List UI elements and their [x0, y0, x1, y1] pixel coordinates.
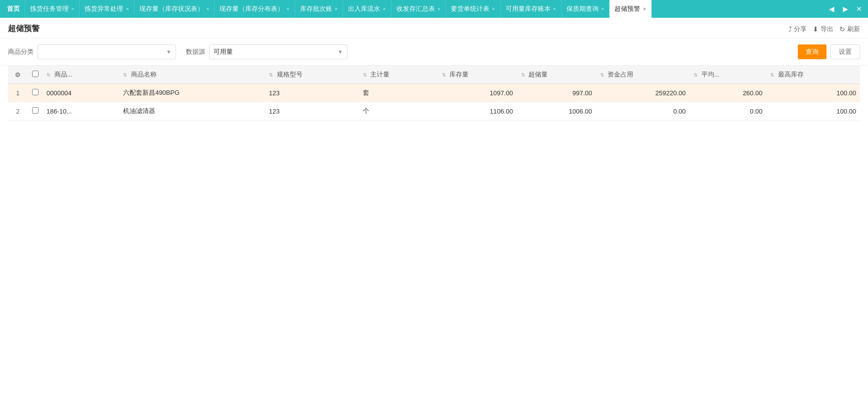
table-container: ⚙ ⇅ 商品... ⇅ 商品名称 ⇅ 规格型号 — [0, 66, 868, 120]
row-max-stock: 100.00 — [766, 102, 860, 120]
col-unit-header[interactable]: ⇅ 主计量 — [359, 66, 438, 84]
datasource-filter-group: 数据源 可用量 ▼ — [186, 44, 347, 59]
sort-icon-overstock-qty: ⇅ — [521, 72, 525, 78]
datasource-select[interactable]: 可用量 ▼ — [209, 44, 347, 59]
table-row: 2 186-10... 机油滤清器 123 个 1106.00 1006.00 … — [8, 102, 860, 120]
row-stock-qty: 1097.00 — [438, 84, 517, 102]
export-button[interactable]: ⬇ 导出 — [813, 25, 833, 34]
row-unit: 个 — [359, 102, 438, 120]
category-label: 商品分类 — [8, 47, 34, 56]
col-avg-header[interactable]: ⇅ 平均... — [690, 66, 766, 84]
refresh-icon: ↻ — [839, 25, 845, 33]
row-product-code: 186-10... — [43, 102, 119, 120]
nav-batch-account[interactable]: 库存批次账 × — [295, 0, 343, 18]
row-capital-used: 259220.00 — [596, 84, 690, 102]
category-filter-group: 商品分类 ▼ — [8, 44, 176, 59]
nav-home[interactable]: 首页 — [2, 0, 25, 18]
row-avg: 0.00 — [690, 102, 766, 120]
datasource-select-value: 可用量 — [214, 47, 233, 56]
row-spec: 123 — [265, 102, 359, 120]
col-capital-used-header[interactable]: ⇅ 资金占用 — [596, 66, 690, 84]
filter-area: 商品分类 ▼ 数据源 可用量 ▼ 查询 设置 — [0, 39, 868, 66]
export-icon: ⬇ — [813, 25, 819, 33]
page-header: 超储预警 ⤴ 分享 ⬇ 导出 ↻ 刷新 — [0, 18, 868, 39]
close-exception[interactable]: × — [126, 6, 129, 12]
share-button[interactable]: ⤴ 分享 — [788, 25, 807, 34]
nav-inventory-dist[interactable]: 现存量（库存分布表） × — [215, 0, 295, 18]
table-row: 1 0000004 六配套新昌490BPG 123 套 1097.00 997.… — [8, 84, 860, 102]
page-title: 超储预警 — [8, 24, 40, 34]
sort-icon-spec: ⇅ — [269, 72, 273, 78]
close-inventory-dist[interactable]: × — [286, 6, 289, 12]
row-spec: 123 — [265, 84, 359, 102]
row-stock-qty: 1106.00 — [438, 102, 517, 120]
close-overstock-warning[interactable]: × — [643, 6, 646, 12]
row-overstock-qty: 1006.00 — [517, 102, 596, 120]
row-num: 2 — [8, 102, 28, 120]
row-checkbox-cell[interactable] — [28, 84, 43, 102]
col-checkbox-header[interactable] — [28, 66, 43, 84]
col-settings[interactable]: ⚙ — [8, 66, 28, 84]
sort-icon-capital-used: ⇅ — [600, 72, 604, 78]
nav-exception[interactable]: 拣货异常处理 × — [80, 0, 134, 18]
sort-icon-stock-qty: ⇅ — [442, 72, 446, 78]
nav-inout-flow[interactable]: 出入库流水 × — [343, 0, 391, 18]
row-checkbox[interactable] — [32, 107, 39, 114]
category-select[interactable]: ▼ — [38, 44, 176, 59]
share-icon: ⤴ — [788, 25, 792, 33]
row-num: 1 — [8, 84, 28, 102]
close-quality-check[interactable]: × — [601, 6, 604, 12]
sort-icon-product-name: ⇅ — [123, 72, 127, 78]
close-inout-flow[interactable]: × — [383, 6, 386, 12]
row-checkbox[interactable] — [32, 89, 39, 95]
col-spec-header[interactable]: ⇅ 规格型号 — [265, 66, 359, 84]
nav-inventory-status[interactable]: 现存量（库存状况表） × — [134, 0, 215, 18]
topbar: 首页 拣货任务管理 × 拣货异常处理 × 现存量（库存状况表） × 现存量（库存… — [0, 0, 868, 18]
nav-available-account[interactable]: 可用量库存账本 × — [501, 0, 562, 18]
close-order-stats[interactable]: × — [492, 6, 495, 12]
gear-icon: ⚙ — [15, 71, 21, 79]
col-product-name-header[interactable]: ⇅ 商品名称 — [119, 66, 265, 84]
row-max-stock: 100.00 — [766, 84, 860, 102]
row-product-name: 机油滤清器 — [119, 102, 265, 120]
query-button[interactable]: 查询 — [798, 44, 826, 59]
settings-button[interactable]: 设置 — [830, 44, 860, 59]
close-inventory-status[interactable]: × — [206, 6, 209, 12]
topbar-nav-arrows: ◀ ▶ ✕ — [825, 0, 866, 18]
select-all-checkbox[interactable] — [32, 71, 39, 77]
row-avg: 260.00 — [690, 84, 766, 102]
filter-actions: 查询 设置 — [798, 44, 860, 59]
nav-overstock-warning[interactable]: 超储预警 × — [609, 0, 651, 18]
col-overstock-qty-header[interactable]: ⇅ 超储量 — [517, 66, 596, 84]
sort-icon-max-stock: ⇅ — [770, 72, 774, 78]
data-table: ⚙ ⇅ 商品... ⇅ 商品名称 ⇅ 规格型号 — [8, 66, 860, 120]
close-batch-account[interactable]: × — [335, 6, 338, 12]
row-unit: 套 — [359, 84, 438, 102]
close-task-mgmt[interactable]: × — [71, 6, 74, 12]
sort-icon-avg: ⇅ — [694, 72, 697, 78]
nav-recv-send[interactable]: 收发存汇总表 × — [391, 0, 446, 18]
nav-quality-check[interactable]: 保质期查询 × — [562, 0, 609, 18]
close-available-account[interactable]: × — [553, 6, 556, 12]
datasource-label: 数据源 — [186, 47, 205, 56]
col-max-stock-header[interactable]: ⇅ 最高库存 — [766, 66, 860, 84]
close-recv-send[interactable]: × — [437, 6, 440, 12]
page-container: 超储预警 ⤴ 分享 ⬇ 导出 ↻ 刷新 商品分类 ▼ 数据源 — [0, 18, 868, 395]
nav-order-stats[interactable]: 要货单统计表 × — [446, 0, 500, 18]
row-overstock-qty: 997.00 — [517, 84, 596, 102]
col-stock-qty-header[interactable]: ⇅ 库存量 — [438, 66, 517, 84]
row-product-name: 六配套新昌490BPG — [119, 84, 265, 102]
col-product-code-header[interactable]: ⇅ 商品... — [43, 66, 119, 84]
row-checkbox-cell[interactable] — [28, 102, 43, 120]
row-product-code: 0000004 — [43, 84, 119, 102]
nav-close-all-btn[interactable]: ✕ — [852, 0, 866, 18]
refresh-button[interactable]: ↻ 刷新 — [839, 25, 860, 34]
table-header-row: ⚙ ⇅ 商品... ⇅ 商品名称 ⇅ 规格型号 — [8, 66, 860, 84]
header-actions: ⤴ 分享 ⬇ 导出 ↻ 刷新 — [788, 25, 860, 34]
sort-icon-product-code: ⇅ — [46, 72, 50, 78]
datasource-select-arrow: ▼ — [338, 49, 343, 55]
category-select-arrow: ▼ — [166, 49, 172, 55]
nav-next-btn[interactable]: ▶ — [838, 0, 852, 18]
nav-task-mgmt[interactable]: 拣货任务管理 × — [25, 0, 80, 18]
nav-prev-btn[interactable]: ◀ — [825, 0, 838, 18]
